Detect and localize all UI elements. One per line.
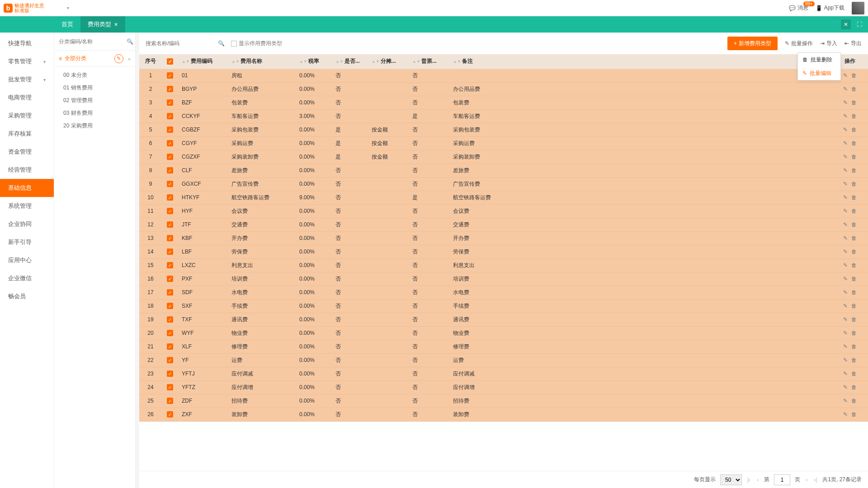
trash-icon[interactable]: 🗑 [851, 167, 857, 174]
search-icon[interactable]: 🔍 [127, 38, 133, 45]
trash-icon[interactable]: 🗑 [851, 127, 857, 133]
prev-page-button[interactable]: ‹ [756, 477, 760, 483]
trash-icon[interactable]: 🗑 [851, 235, 857, 241]
edit-icon[interactable]: ✎ [843, 343, 848, 350]
export-button[interactable]: ⇤ 导出 [844, 40, 862, 47]
cell-checkbox[interactable]: ✓ [162, 136, 178, 150]
first-page-button[interactable]: |‹ [746, 477, 751, 483]
avatar[interactable] [852, 2, 864, 14]
cell-checkbox[interactable]: ✓ [162, 394, 178, 408]
cell-checkbox[interactable]: ✓ [162, 69, 178, 82]
trash-icon[interactable]: 🗑 [851, 398, 857, 404]
sidemenu-item[interactable]: 电商管理 [0, 89, 54, 107]
app-download-button[interactable]: 📱 App下载 [816, 4, 844, 12]
edit-icon[interactable]: ✎ [843, 289, 848, 296]
trash-icon[interactable]: 🗑 [851, 181, 857, 187]
edit-icon[interactable]: ✎ [114, 54, 123, 63]
cell-checkbox[interactable]: ✓ [162, 272, 178, 286]
edit-icon[interactable]: ✎ [843, 316, 848, 323]
edit-icon[interactable]: ✎ [843, 154, 848, 160]
tab-expense-type[interactable]: 费用类型 ✕ [80, 16, 125, 33]
category-item[interactable]: 00 未分类 [54, 69, 135, 81]
edit-icon[interactable]: ✎ [843, 357, 848, 363]
close-icon[interactable]: ✕ [114, 22, 118, 28]
edit-icon[interactable]: ✎ [843, 330, 848, 336]
sidemenu-item[interactable]: 零售管理▾ [0, 52, 54, 70]
sidemenu-item[interactable]: 采购管理 [0, 107, 54, 125]
cell-checkbox[interactable]: ✓ [162, 313, 178, 326]
table-scroll[interactable]: 序号 ✓ ▲▼费用编码 ▲▼费用名称 ▲▼税率 ▲▼是否... ▲▼分摊... … [139, 54, 868, 471]
col-yn1[interactable]: ▲▼是否... [332, 54, 368, 69]
cell-checkbox[interactable]: ✓ [162, 353, 178, 367]
col-idx[interactable]: 序号 [139, 54, 162, 69]
category-all[interactable]: ≡ 全部分类 ✎ « [54, 51, 135, 67]
messages-button[interactable]: 💬 消息 99+ [789, 4, 808, 12]
sidemenu-item[interactable]: 经营管理 [0, 161, 54, 179]
cell-checkbox[interactable]: ✓ [162, 82, 178, 96]
trash-icon[interactable]: 🗑 [851, 330, 857, 336]
edit-icon[interactable]: ✎ [843, 276, 848, 282]
cell-checkbox[interactable]: ✓ [162, 218, 178, 231]
cell-checkbox[interactable]: ✓ [162, 286, 178, 299]
search-icon[interactable]: 🔍 [218, 40, 225, 47]
category-item[interactable]: 02 管理费用 [54, 94, 135, 107]
sidemenu-item[interactable]: 快捷导航 [0, 34, 54, 52]
sidemenu-item[interactable]: 库存核算 [0, 125, 54, 143]
sidemenu-item[interactable]: 新手引导 [0, 233, 54, 251]
trash-icon[interactable]: 🗑 [851, 343, 857, 350]
trash-icon[interactable]: 🗑 [851, 384, 857, 390]
cell-checkbox[interactable]: ✓ [162, 380, 178, 394]
edit-icon[interactable]: ✎ [843, 262, 848, 268]
edit-icon[interactable]: ✎ [843, 221, 848, 228]
cell-checkbox[interactable]: ✓ [162, 340, 178, 353]
trash-icon[interactable]: 🗑 [851, 316, 857, 323]
cell-checkbox[interactable]: ✓ [162, 231, 178, 245]
per-page-select[interactable]: 50 [720, 474, 742, 485]
next-page-button[interactable]: › [805, 477, 808, 483]
trash-icon[interactable]: 🗑 [851, 208, 857, 214]
edit-icon[interactable]: ✎ [843, 384, 848, 390]
cell-checkbox[interactable]: ✓ [162, 177, 178, 191]
edit-icon[interactable]: ✎ [843, 371, 848, 377]
fullscreen-icon[interactable]: ⛶ [854, 19, 864, 29]
edit-icon[interactable]: ✎ [843, 86, 848, 92]
trash-icon[interactable]: 🗑 [851, 86, 857, 92]
sidemenu-item[interactable]: 应用中心 [0, 251, 54, 269]
sidemenu-item[interactable]: 畅会员 [0, 287, 54, 305]
trash-icon[interactable]: 🗑 [851, 154, 857, 160]
col-select-all[interactable]: ✓ [162, 54, 178, 69]
cell-checkbox[interactable]: ✓ [162, 326, 178, 340]
trash-icon[interactable]: 🗑 [851, 249, 857, 255]
cell-checkbox[interactable]: ✓ [162, 258, 178, 272]
cell-checkbox[interactable]: ✓ [162, 96, 178, 109]
edit-icon[interactable]: ✎ [843, 194, 848, 201]
trash-icon[interactable]: 🗑 [851, 371, 857, 377]
category-search-input[interactable] [59, 38, 127, 45]
cell-checkbox[interactable]: ✓ [162, 123, 178, 136]
category-item[interactable]: 01 销售费用 [54, 81, 135, 94]
edit-icon[interactable]: ✎ [843, 411, 848, 418]
tab-close-all-button[interactable]: ✕ [841, 19, 851, 29]
trash-icon[interactable]: 🗑 [851, 221, 857, 228]
sidemenu-item[interactable]: 批发管理▾ [0, 70, 54, 89]
last-page-button[interactable]: ›| [813, 477, 818, 483]
trash-icon[interactable]: 🗑 [851, 113, 857, 119]
trash-icon[interactable]: 🗑 [851, 303, 857, 309]
cell-checkbox[interactable]: ✓ [162, 191, 178, 204]
sidemenu-item[interactable]: 系统管理 [0, 197, 54, 215]
cell-checkbox[interactable]: ✓ [162, 109, 178, 123]
trash-icon[interactable]: 🗑 [851, 72, 857, 79]
edit-icon[interactable]: ✎ [843, 167, 848, 174]
trash-icon[interactable]: 🗑 [851, 262, 857, 268]
category-item[interactable]: 20 采购费用 [54, 119, 135, 132]
sidemenu-item[interactable]: 基础信息 [0, 179, 54, 197]
edit-icon[interactable]: ✎ [843, 181, 848, 187]
trash-icon[interactable]: 🗑 [851, 194, 857, 201]
tab-home[interactable]: 首页 [54, 16, 80, 33]
trash-icon[interactable]: 🗑 [851, 289, 857, 296]
edit-icon[interactable]: ✎ [843, 127, 848, 133]
trash-icon[interactable]: 🗑 [851, 99, 857, 106]
cell-checkbox[interactable]: ✓ [162, 299, 178, 313]
batch-edit-item[interactable]: ✎ 批量编辑 [798, 66, 840, 80]
show-disabled-checkbox[interactable]: 显示停用费用类型 [231, 40, 282, 47]
